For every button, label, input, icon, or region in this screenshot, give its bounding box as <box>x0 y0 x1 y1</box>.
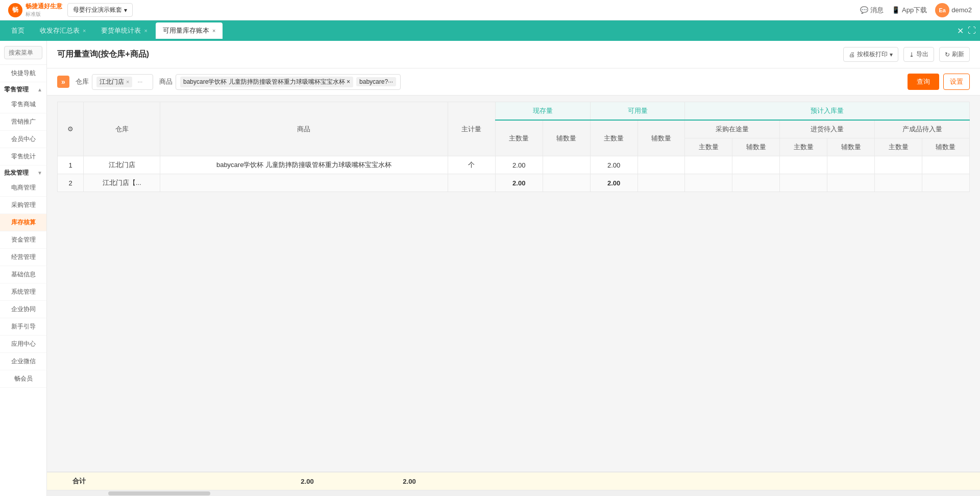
sidebar-item-finance[interactable]: 资金管理 <box>0 231 46 249</box>
top-bar-left: 畅 畅捷通好生意 标准版 母婴行业演示账套 ▾ <box>8 2 133 18</box>
incoming-aux-header: 辅数量 <box>827 138 875 156</box>
row-2-stock-main: 2.00 <box>495 174 543 192</box>
table-settings-icon[interactable]: ⚙ <box>67 125 74 133</box>
sidebar-item-retail[interactable]: 零售管理 ▲ <box>0 82 46 96</box>
refresh-btn[interactable]: ↻ 刷新 <box>939 47 970 62</box>
sidebar-item-basic[interactable]: 基础信息 <box>0 266 46 284</box>
tab-bar-actions: ✕ ⛶ <box>957 26 976 36</box>
user-menu[interactable]: Ea demo2 <box>935 3 972 17</box>
sidebar-item-inventory[interactable]: 库存核算 <box>0 214 46 231</box>
top-bar-right: 💬 消息 📱 App下载 Ea demo2 <box>860 3 972 17</box>
purchase-main-header: 主数量 <box>685 138 732 156</box>
logo-icon: 畅 <box>8 3 22 17</box>
sidebar-item-enterprise[interactable]: 企业协同 <box>0 301 46 318</box>
print-dropdown-icon: ▾ <box>890 51 893 58</box>
avail-main-header: 主数量 <box>590 120 638 156</box>
sidebar-item-ecommerce[interactable]: 电商管理 <box>0 179 46 197</box>
tab-bar: 首页 收发存汇总表 × 要货单统计表 × 可用量库存账本 × ✕ ⛶ <box>0 20 980 41</box>
main-layout: 快捷导航 零售管理 ▲ 零售商城 营销推广 会员中心 零售统计 批发管理 ▼ 电… <box>0 41 980 496</box>
settings-button[interactable]: 设置 <box>943 74 970 90</box>
available-header: 可用量 <box>590 102 685 121</box>
export-btn[interactable]: ⤓ 导出 <box>903 47 934 62</box>
row-2-warehouse: 江北门店【... <box>84 174 160 192</box>
sidebar-item-wholesale[interactable]: 批发管理 ▼ <box>0 166 46 179</box>
footer-label: 合计 <box>57 477 251 486</box>
sidebar-item-appcenter[interactable]: 应用中心 <box>0 336 46 353</box>
scrollbar-thumb[interactable] <box>108 491 210 495</box>
query-button[interactable]: 查询 <box>908 74 939 90</box>
print-btn[interactable]: 🖨 按模板打印 ▾ <box>843 47 898 62</box>
settings-col-header[interactable]: ⚙ <box>58 102 84 156</box>
tab-available[interactable]: 可用量库存账本 × <box>156 22 223 39</box>
phone-icon: 📱 <box>892 6 900 14</box>
sidebar-item-vip[interactable]: 畅会员 <box>0 370 46 388</box>
sidebar-item-ops[interactable]: 经营管理 <box>0 249 46 266</box>
row-1-num: 1 <box>58 156 84 174</box>
footer-values: 2.00 2.00 <box>251 478 970 485</box>
sidebar-item-system[interactable]: 系统管理 <box>0 284 46 301</box>
sidebar-item-newuser[interactable]: 新手引导 <box>0 318 46 336</box>
row-1-stock-main: 2.00 <box>495 156 543 174</box>
row-1-avail-main: 2.00 <box>590 156 638 174</box>
warehouse-dots[interactable]: ··· <box>135 78 144 85</box>
tab-expand-btn[interactable]: ⛶ <box>968 26 976 35</box>
row-2-production-main <box>875 174 922 192</box>
row-2-purchase-main <box>685 174 732 192</box>
product-tag-2: babycare?··· <box>356 77 396 86</box>
tab-receipts[interactable]: 收发存汇总表 × <box>33 22 93 39</box>
warehouse-tag-close[interactable]: × <box>126 79 129 85</box>
sidebar-search-input[interactable] <box>4 46 42 59</box>
sidebar-item-purchase[interactable]: 采购管理 <box>0 197 46 214</box>
sidebar-item-quicknav[interactable]: 快捷导航 <box>0 65 46 82</box>
row-2-incoming-main <box>780 174 827 192</box>
warehouse-label: 仓库 <box>76 77 89 86</box>
row-1-production-main <box>875 156 922 174</box>
data-table: ⚙ 仓库 商品 主计量 现存量 可用量 预计入库量 主数量 辅数量 主数量 辅数… <box>57 102 970 192</box>
row-1-production-aux <box>922 156 969 174</box>
stock-aux-header: 辅数量 <box>543 120 590 156</box>
row-2-incoming-aux <box>827 174 875 192</box>
tab-receipts-close[interactable]: × <box>83 28 86 34</box>
scrollbar-area[interactable] <box>47 490 980 496</box>
app-download-btn[interactable]: 📱 App下载 <box>892 6 927 15</box>
tab-home[interactable]: 首页 <box>4 22 32 39</box>
row-2-num: 2 <box>58 174 84 192</box>
filter-bar: » 仓库 江北门店 × ··· 商品 babycare学饮杯 儿童防摔防撞吸管杯… <box>47 68 980 96</box>
tab-orders-close[interactable]: × <box>144 28 147 34</box>
purchase-transit-header: 采购在途量 <box>685 120 780 138</box>
product-filter-group: 商品 babycare学饮杯 儿童防摔防撞吸管杯重力球吸嘴杯宝宝水杯 × bab… <box>159 74 401 90</box>
industry-selector[interactable]: 母婴行业演示账套 ▾ <box>67 3 133 17</box>
row-1-warehouse: 江北门店 <box>84 156 160 174</box>
sidebar-item-wechat[interactable]: 企业微信 <box>0 353 46 370</box>
retail-arrow-icon: ▲ <box>37 87 42 92</box>
incoming-main-header: 主数量 <box>780 138 827 156</box>
warehouse-col-header: 仓库 <box>84 102 160 156</box>
row-1-purchase-main <box>685 156 732 174</box>
sidebar-item-retail-stats[interactable]: 零售统计 <box>0 148 46 166</box>
tab-orders[interactable]: 要货单统计表 × <box>94 22 154 39</box>
avail-aux-header: 辅数量 <box>638 120 685 156</box>
sidebar-item-members[interactable]: 会员中心 <box>0 131 46 148</box>
footer-stock-main: 2.00 <box>282 478 333 485</box>
export-icon: ⤓ <box>909 51 914 58</box>
filter-expand-btn[interactable]: » <box>57 76 69 88</box>
tab-close-all-btn[interactable]: ✕ <box>957 26 964 36</box>
sidebar-item-marketing[interactable]: 营销推广 <box>0 113 46 131</box>
tab-available-close[interactable]: × <box>212 28 215 34</box>
sidebar: 快捷导航 零售管理 ▲ 零售商城 营销推广 会员中心 零售统计 批发管理 ▼ 电… <box>0 41 47 496</box>
product-label: 商品 <box>159 77 173 86</box>
top-bar: 畅 畅捷通好生意 标准版 母婴行业演示账套 ▾ 💬 消息 📱 App下载 Ea … <box>0 0 980 20</box>
row-1-unit: 个 <box>448 156 495 174</box>
filter-actions: 查询 设置 <box>908 74 970 90</box>
table-row: 1 江北门店 babycare学饮杯 儿童防摔防撞吸管杯重力球吸嘴杯宝宝水杯 个… <box>58 156 970 174</box>
production-aux-header: 辅数量 <box>922 138 969 156</box>
current-stock-header: 现存量 <box>495 102 590 121</box>
footer-avail-main: 2.00 <box>384 478 435 485</box>
product-input[interactable]: babycare学饮杯 儿童防摔防撞吸管杯重力球吸嘴杯宝宝水杯 × babyca… <box>176 74 401 90</box>
warehouse-input[interactable]: 江北门店 × ··· <box>92 74 153 90</box>
forecast-in-header: 预计入库量 <box>685 102 970 121</box>
row-1-avail-aux <box>638 156 685 174</box>
sidebar-item-retail-mall[interactable]: 零售商城 <box>0 96 46 113</box>
table-row: 2 江北门店【... 2.00 2.00 <box>58 174 970 192</box>
message-btn[interactable]: 💬 消息 <box>860 6 884 15</box>
